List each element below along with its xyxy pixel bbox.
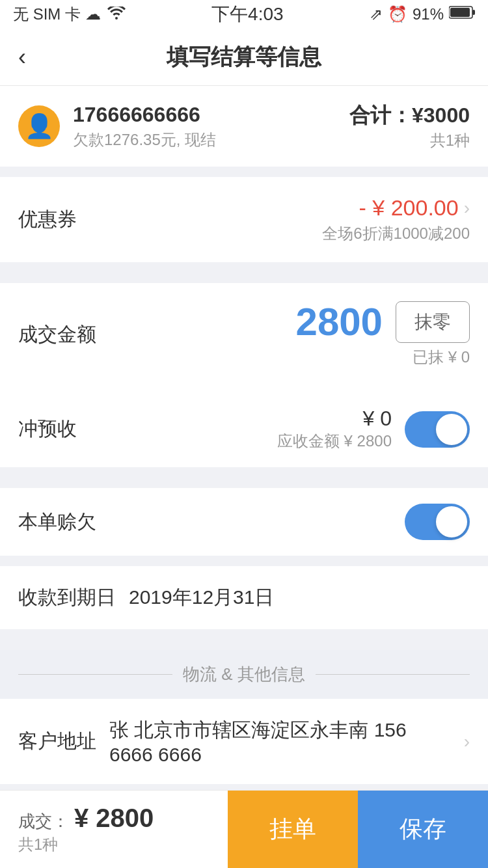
line-right xyxy=(316,674,470,675)
hang-button[interactable]: 挂单 xyxy=(228,791,358,869)
section-divider-3 xyxy=(0,640,488,650)
customer-total: 合计：¥3000 共1种 xyxy=(349,102,470,151)
section-divider-2 xyxy=(0,478,488,488)
bottom-deal-count: 共1种 xyxy=(18,834,210,855)
nav-bar: ‹ 填写结算等信息 xyxy=(0,29,488,86)
round-button[interactable]: 抹零 xyxy=(396,301,470,343)
due-date-label: 收款到期日 xyxy=(18,584,116,611)
wifi-icon xyxy=(107,5,126,23)
section-divider xyxy=(0,273,488,283)
chong-sub: 应收金额 ¥ 2800 xyxy=(277,431,392,452)
amount-row: 成交金额 2800 抹零 已抹 ¥ 0 xyxy=(18,301,470,368)
battery-label: 91% xyxy=(413,5,444,23)
chong-right: ¥ 0 应收金额 ¥ 2800 xyxy=(277,407,470,452)
chevron-right-icon: › xyxy=(464,198,470,219)
address-content: 张 北京市市辖区海淀区永丰南 156 6666 6666 xyxy=(109,717,446,766)
customer-details: 17666666666 欠款1276.35元, 现结 xyxy=(73,103,216,150)
svg-rect-1 xyxy=(472,10,475,15)
customer-subtitle: 欠款1276.35元, 现结 xyxy=(73,129,216,150)
status-right: ⇗ ⏰ 91% xyxy=(370,5,475,23)
avatar-icon: 👤 xyxy=(25,113,54,140)
deal-amount-label: 成交金额 xyxy=(18,321,96,348)
avatar: 👤 xyxy=(18,105,60,147)
page-title: 填写结算等信息 xyxy=(167,42,321,72)
deal-amount-value: 2800 xyxy=(296,303,383,342)
bottom-bar: 成交： ¥ 2800 共1种 挂单 保存 xyxy=(0,790,488,868)
line-left xyxy=(18,674,172,675)
bottom-deal-label: 成交： xyxy=(18,810,69,833)
status-left: 无 SIM 卡 ☁ xyxy=(13,4,126,25)
alarm-icon: ⏰ xyxy=(388,5,407,23)
customer-left: 👤 17666666666 欠款1276.35元, 现结 xyxy=(18,103,216,150)
svg-rect-2 xyxy=(450,8,470,17)
chong-toggle[interactable] xyxy=(405,411,470,448)
chong-label: 冲预收 xyxy=(18,416,77,442)
coupon-desc: 全场6折满1000减200 xyxy=(322,223,470,244)
logistics-header: 物流 & 其他信息 xyxy=(0,650,488,699)
save-button[interactable]: 保存 xyxy=(358,791,488,869)
total-amount: 合计：¥3000 xyxy=(349,102,470,130)
debt-row: 本单赊欠 xyxy=(0,488,488,556)
bottom-deal-amount: ¥ 2800 xyxy=(74,804,154,833)
due-date-row: 收款到期日 2019年12月31日 xyxy=(0,566,488,629)
coupon-row[interactable]: 优惠券 - ¥ 200.00 › 全场6折满1000减200 xyxy=(0,177,488,262)
debt-label: 本单赊欠 xyxy=(18,509,96,536)
due-date-value: 2019年12月31日 xyxy=(129,584,274,611)
debt-toggle[interactable] xyxy=(405,504,470,540)
coupon-amount: - ¥ 200.00 xyxy=(359,195,459,221)
sim-label: 无 SIM 卡 ☁ xyxy=(13,4,101,25)
logistics-label: 物流 & 其他信息 xyxy=(183,663,305,686)
battery-icon xyxy=(449,5,475,23)
chong-row: 冲预收 ¥ 0 应收金额 ¥ 2800 xyxy=(0,391,488,467)
bottom-summary: 成交： ¥ 2800 共1种 xyxy=(0,804,228,855)
amount-right: 2800 抹零 已抹 ¥ 0 xyxy=(296,301,470,368)
coupon-label: 优惠券 xyxy=(18,206,77,233)
status-time: 下午4:03 xyxy=(211,2,284,27)
deal-amount-section: 成交金额 2800 抹零 已抹 ¥ 0 xyxy=(0,283,488,391)
chong-amount: ¥ 0 xyxy=(363,407,392,431)
customer-phone: 17666666666 xyxy=(73,103,216,127)
address-chevron-icon: › xyxy=(464,731,470,752)
deal-amount-sub: 已抹 ¥ 0 xyxy=(413,347,470,368)
customer-info-card: 👤 17666666666 欠款1276.35元, 现结 合计：¥3000 共1… xyxy=(0,86,488,167)
address-label: 客户地址 xyxy=(18,728,96,755)
address-row[interactable]: 客户地址 张 北京市市辖区海淀区永丰南 156 6666 6666 › xyxy=(0,699,488,784)
location-icon: ⇗ xyxy=(370,5,383,23)
back-button[interactable]: ‹ xyxy=(18,44,26,71)
status-bar: 无 SIM 卡 ☁ 下午4:03 ⇗ ⏰ 91% xyxy=(0,0,488,29)
total-count: 共1种 xyxy=(349,130,470,151)
